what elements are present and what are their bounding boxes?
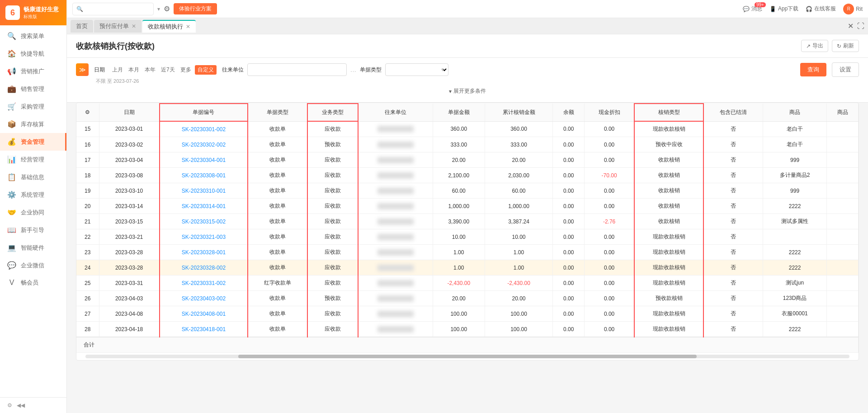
- sidebar-item-member[interactable]: V畅会员: [0, 274, 66, 291]
- refresh-btn[interactable]: ↻ 刷新: [832, 40, 859, 52]
- export-icon: ↗: [806, 43, 811, 49]
- topbar-gear-icon[interactable]: ⚙: [164, 5, 170, 13]
- hardware-icon: 💻: [7, 243, 16, 252]
- query-btn[interactable]: 查询: [800, 63, 826, 76]
- bill-no-link[interactable]: SK-20230314-001: [182, 203, 226, 209]
- table-scrollbar[interactable]: [85, 355, 849, 358]
- date-btn-7days[interactable]: 近7天: [159, 65, 177, 75]
- cell-accumulated: 100.00: [485, 306, 553, 322]
- sidebar-item-sales[interactable]: 💼销售管理: [0, 80, 66, 98]
- shortcut-icon: 🏠: [7, 49, 16, 58]
- basic-icon: 📋: [7, 173, 16, 181]
- col-header-partner: 往来单位: [358, 104, 433, 121]
- cell-goods2: [827, 137, 859, 152]
- settings-icon[interactable]: ⚙: [7, 402, 12, 408]
- cell-bill-type: 收款单: [248, 137, 307, 152]
- cell-biz-type: 应收款: [307, 245, 358, 260]
- bill-no-link[interactable]: SK-20230321-003: [182, 234, 226, 240]
- cell-cancel-type: 收款核销: [634, 168, 703, 183]
- cell-balance: 0.00: [553, 229, 584, 245]
- cell-include-settled: 否: [703, 260, 763, 275]
- sidebar-item-finance[interactable]: 💰资金管理: [0, 133, 66, 151]
- cell-balance: 0.00: [553, 306, 584, 322]
- sidebar-item-search[interactable]: 🔍搜索菜单: [0, 27, 66, 45]
- bill-no-link[interactable]: SK-20230328-002: [182, 265, 226, 271]
- tab-fullscreen-btn[interactable]: ⛶: [857, 22, 864, 30]
- sidebar-item-hardware[interactable]: 💻智能硬件: [0, 239, 66, 256]
- bill-no-link[interactable]: SK-20230403-002: [182, 295, 226, 302]
- bill-no-link[interactable]: SK-20230301-002: [182, 126, 226, 133]
- cell-date: 2023-03-08: [99, 168, 160, 183]
- bill-no-link[interactable]: SK-20230408-001: [182, 311, 226, 317]
- collapse-icon[interactable]: ◀◀: [17, 402, 25, 408]
- date-btn-last-month[interactable]: 上月: [110, 65, 125, 75]
- bill-type-select[interactable]: [385, 63, 448, 76]
- app-download-item[interactable]: 📱 App下载: [769, 5, 798, 13]
- settings-filter-btn[interactable]: 设置: [832, 62, 859, 77]
- cell-amount: 2,100.00: [433, 168, 485, 183]
- sidebar-bottom[interactable]: ⚙ ◀◀: [0, 397, 66, 413]
- industry-btn[interactable]: 体验行业方案: [174, 3, 217, 14]
- tab-prepay-label: 预付应付单: [99, 22, 129, 30]
- export-btn[interactable]: ↗ 导出: [801, 40, 828, 52]
- sidebar-item-inventory[interactable]: 📦库存核算: [0, 115, 66, 133]
- topbar-dropdown-icon[interactable]: ▾: [157, 6, 160, 12]
- sidebar-item-wechat[interactable]: 💬企业微信: [0, 256, 66, 274]
- expand-btn[interactable]: ▾ 展开更多条件: [449, 87, 486, 95]
- cell-amount: 20.00: [433, 152, 485, 168]
- date-btn-this-year[interactable]: 本年: [143, 65, 157, 75]
- bill-no-link[interactable]: SK-20230302-002: [182, 142, 226, 148]
- bill-no-link[interactable]: SK-20230315-002: [182, 218, 226, 225]
- col-header-cancel-type: 核销类型: [634, 104, 703, 121]
- sidebar-item-enterprise[interactable]: 🤝企业协同: [0, 204, 66, 221]
- online-service-item[interactable]: 🎧 在线客服: [806, 5, 836, 13]
- date-quick-btns: 上月 本月 本年 近7天 更多 自定义: [110, 65, 217, 75]
- cell-date: 2023-03-31: [99, 275, 160, 291]
- user-item[interactable]: R Rit: [843, 4, 863, 14]
- cell-no: 23: [76, 245, 99, 260]
- cell-balance: 0.00: [553, 121, 584, 137]
- filter-toggle-btn[interactable]: ≫: [76, 63, 89, 76]
- sidebar-item-shortcut[interactable]: 🏠快捷导航: [0, 45, 66, 62]
- cell-cash-discount: 0.00: [584, 275, 634, 291]
- bill-no-link[interactable]: SK-20230331-002: [182, 280, 226, 286]
- bill-no-link[interactable]: SK-20230304-001: [182, 157, 226, 163]
- sidebar-item-system[interactable]: ⚙️系统管理: [0, 186, 66, 204]
- col-header-settings[interactable]: ⚙: [76, 104, 99, 121]
- cell-amount: 333.00: [433, 137, 485, 152]
- sidebar: 6 畅康道好生意 标推版 🔍搜索菜单🏠快捷导航📢营销推广💼销售管理🛒采购管理📦库…: [0, 0, 67, 413]
- col-header-bill-no: 单据编号: [160, 104, 248, 121]
- col-settings-icon[interactable]: ⚙: [85, 109, 90, 115]
- sidebar-item-purchase[interactable]: 🛒采购管理: [0, 98, 66, 115]
- bill-no-link[interactable]: SK-20230310-001: [182, 188, 226, 194]
- date-filter-label: 日期: [94, 66, 105, 74]
- sidebar-item-guide[interactable]: 📖新手引导: [0, 221, 66, 239]
- topbar-search[interactable]: 🔍: [72, 3, 154, 15]
- bill-no-link[interactable]: SK-20230328-001: [182, 249, 226, 256]
- bill-no-link[interactable]: SK-20230308-001: [182, 172, 226, 179]
- tab-prepay[interactable]: 预付应付单 ✕: [94, 20, 142, 33]
- cell-bill-no: SK-20230315-002: [160, 214, 248, 229]
- sidebar-item-operations[interactable]: 📊经营管理: [0, 151, 66, 168]
- partner-filter-input[interactable]: [247, 63, 347, 76]
- cell-goods: 老白干: [763, 137, 827, 152]
- date-btn-more[interactable]: 更多: [179, 65, 193, 75]
- tab-close-all-btn[interactable]: ✕: [848, 22, 854, 30]
- sidebar-label-wechat: 企业微信: [21, 261, 44, 270]
- cell-cash-discount: 0.00: [584, 199, 634, 214]
- expand-row: ▾ 展开更多条件: [76, 85, 859, 98]
- cell-goods: 多计量商品2: [763, 168, 827, 183]
- tab-prepay-close[interactable]: ✕: [132, 23, 136, 29]
- notification-item[interactable]: 💬 消息 99+: [743, 5, 762, 13]
- tab-receipts[interactable]: 收款核销执行 ✕: [142, 20, 196, 33]
- sidebar-item-basic[interactable]: 📋基础信息: [0, 168, 66, 186]
- tab-receipts-close[interactable]: ✕: [186, 24, 190, 30]
- tab-home[interactable]: 首页: [71, 20, 93, 33]
- date-btn-this-month[interactable]: 本月: [127, 65, 141, 75]
- bill-no-link[interactable]: SK-20230418-001: [182, 326, 226, 332]
- sidebar-label-sales: 销售管理: [21, 85, 44, 93]
- date-btn-custom[interactable]: 自定义: [195, 65, 217, 75]
- sidebar-item-marketing[interactable]: 📢营销推广: [0, 62, 66, 80]
- cell-no: 28: [76, 322, 99, 337]
- main-area: 🔍 ▾ ⚙ 体验行业方案 💬 消息 99+ 📱 App下载 🎧 在线客服 R R…: [67, 0, 868, 413]
